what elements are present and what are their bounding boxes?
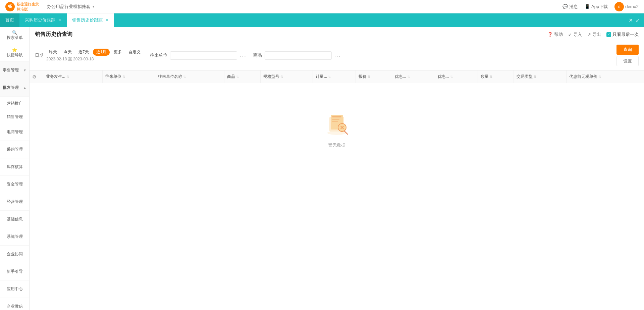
- tab-home[interactable]: 首页: [0, 13, 19, 27]
- sidebar-item-finance[interactable]: 资金管理: [0, 176, 29, 193]
- tab-purchase-close[interactable]: ✕: [58, 18, 61, 22]
- sidebar: 🔍 搜索菜单 ⭐ 快捷导航 零售管理 ▼ 批发管理 ▲ 营销推广 销售管理 电商…: [0, 27, 30, 310]
- top-header: 畅 畅捷通好生意 标准版 办公用品行业模拟账套 ▾ 💬 消息 📱 App下载 d…: [0, 0, 644, 13]
- sort-discount2-icon: ⇅: [450, 75, 453, 79]
- goods-dots-icon[interactable]: ...: [334, 52, 341, 58]
- sort-quantity-icon: ⇅: [490, 75, 492, 79]
- th-spec[interactable]: 规格型号 ⇅: [260, 70, 313, 83]
- date-btn-yesterday[interactable]: 昨天: [46, 49, 60, 56]
- config-column-header[interactable]: ⚙: [30, 70, 43, 83]
- counterpart-input[interactable]: [170, 51, 237, 60]
- sidebar-item-retail-mgmt[interactable]: 零售管理 ▼: [0, 62, 29, 79]
- dropdown-icon[interactable]: ▾: [93, 5, 94, 8]
- sidebar-item-purchase[interactable]: 采购管理: [0, 141, 29, 158]
- sidebar-item-system[interactable]: 系统管理: [0, 228, 29, 246]
- tab-home-label: 首页: [5, 17, 14, 23]
- app-download-action[interactable]: 📱 App下载: [585, 4, 608, 10]
- wholesale-arrow-icon: ▲: [23, 86, 26, 90]
- sidebar-item-wholesale-mgmt[interactable]: 批发管理 ▲: [0, 79, 29, 97]
- tab-sales-label: 销售历史价跟踪: [72, 17, 103, 23]
- sidebar-item-newcomer[interactable]: 新手引导: [0, 263, 29, 280]
- date-filter-group: 日期 昨天 今天 近7天 近1月 更多 自定义 2023-02-18 至 202…: [35, 49, 143, 62]
- date-range-display: 2023-02-18 至 2023-03-18: [46, 56, 143, 62]
- gear-icon[interactable]: ⚙: [32, 74, 37, 80]
- sort-biz-date-icon: ⇅: [66, 75, 69, 79]
- tab-sales-close[interactable]: ✕: [105, 18, 109, 22]
- table-wrapper: ⚙ 业务发生... ⇅ 往来单位 ⇅: [30, 70, 644, 310]
- th-unit[interactable]: 计量... ⇅: [313, 70, 356, 83]
- help-btn[interactable]: ❓ 帮助: [547, 32, 563, 38]
- sidebar-item-search[interactable]: 🔍 搜索菜单: [0, 27, 29, 44]
- user-action[interactable]: d demo2: [614, 2, 639, 11]
- table-header: ⚙ 业务发生... ⇅ 往来单位 ⇅: [30, 70, 644, 83]
- page-title: 销售历史价查询: [35, 31, 72, 38]
- th-no-tax-price[interactable]: 优惠前无税单价 ⇅: [566, 70, 644, 83]
- page-actions: ❓ 帮助 ↙ 导入 ↗ 导出 ✓ 只看最后一次: [547, 32, 639, 38]
- sidebar-item-operation[interactable]: 经营管理: [0, 193, 29, 211]
- logo-text: 畅捷通好生意 标准版: [17, 2, 39, 11]
- message-action[interactable]: 💬 消息: [562, 4, 578, 10]
- svg-rect-4: [332, 119, 339, 120]
- sort-goods-icon: ⇅: [236, 75, 239, 79]
- sort-counterpart-icon: ⇅: [122, 75, 125, 79]
- th-quantity[interactable]: 数量 ⇅: [478, 70, 514, 83]
- sidebar-item-inventory[interactable]: 库存核算: [0, 158, 29, 176]
- sidebar-item-marketing[interactable]: 营销推广: [0, 97, 29, 110]
- maximize-window-icon[interactable]: ⤢: [636, 17, 640, 23]
- svg-rect-5: [332, 121, 338, 122]
- tab-sales-history[interactable]: 销售历史价跟踪 ✕: [67, 13, 114, 27]
- empty-text: 暂无数据: [328, 142, 345, 148]
- goods-filter-group: 商品 ...: [253, 51, 341, 60]
- avatar: d: [614, 2, 624, 11]
- date-btn-custom[interactable]: 自定义: [126, 49, 143, 56]
- nav-icon: ⭐: [12, 48, 17, 52]
- checkbox-checked-icon: ✓: [606, 32, 611, 37]
- retail-arrow-icon: ▼: [23, 68, 26, 72]
- sort-unit-icon: ⇅: [328, 75, 331, 79]
- goods-input[interactable]: [265, 51, 332, 60]
- date-btn-more[interactable]: 更多: [111, 49, 124, 56]
- tab-bar: 首页 采购历史价跟踪 ✕ 销售历史价跟踪 ✕ ✕ ⤢: [0, 13, 644, 27]
- main-layout: 🔍 搜索菜单 ⭐ 快捷导航 零售管理 ▼ 批发管理 ▲ 营销推广 销售管理 电商…: [0, 27, 644, 310]
- header-right: 💬 消息 📱 App下载 d demo2: [562, 2, 639, 11]
- settings-button[interactable]: 设置: [616, 56, 639, 66]
- sidebar-item-enterprise-collab[interactable]: 企业协同: [0, 246, 29, 263]
- sidebar-item-enterprise-wechat[interactable]: 企业微信: [0, 298, 29, 310]
- th-discount2[interactable]: 优惠... ⇅: [435, 70, 478, 83]
- export-btn[interactable]: ↗ 导出: [587, 32, 601, 38]
- query-btn-group: 查询 设置: [616, 45, 639, 66]
- import-btn[interactable]: ↙ 导入: [568, 32, 582, 38]
- counterpart-filter-group: 往来单位 ...: [150, 51, 246, 60]
- th-goods[interactable]: 商品 ⇅: [224, 70, 260, 83]
- sidebar-item-app-center[interactable]: 应用中心: [0, 280, 29, 298]
- date-btn-7days[interactable]: 近7天: [76, 49, 92, 56]
- sidebar-item-sales-mgmt[interactable]: 销售管理: [0, 110, 29, 123]
- date-btn-today[interactable]: 今天: [61, 49, 74, 56]
- filter-row: 日期 昨天 今天 近7天 近1月 更多 自定义 2023-02-18 至 202…: [35, 42, 639, 70]
- data-table: ⚙ 业务发生... ⇅ 往来单位 ⇅: [30, 70, 644, 83]
- only-last-checkbox-label[interactable]: ✓ 只看最后一次: [606, 32, 639, 38]
- page-header: 销售历史价查询 ❓ 帮助 ↙ 导入 ↗ 导出 ✓: [30, 27, 644, 70]
- close-window-icon[interactable]: ✕: [629, 17, 633, 23]
- date-btn-1month[interactable]: 近1月: [93, 49, 110, 56]
- th-quoted-price[interactable]: 报价 ⇅: [356, 70, 392, 83]
- th-counterpart-code[interactable]: 往来单位 ⇅: [103, 70, 155, 83]
- tab-bar-right: ✕ ⤢: [629, 17, 644, 23]
- tab-purchase-history[interactable]: 采购历史价跟踪 ✕: [19, 13, 67, 27]
- empty-state: 暂无数据: [30, 83, 644, 175]
- th-trade-type[interactable]: 交易类型 ⇅: [514, 70, 566, 83]
- th-biz-date[interactable]: 业务发生... ⇅: [43, 70, 103, 83]
- sidebar-item-ecommerce[interactable]: 电商管理: [0, 123, 29, 141]
- th-discount1[interactable]: 优惠... ⇅: [392, 70, 435, 83]
- empty-icon: [323, 110, 350, 137]
- th-counterpart-name[interactable]: 往来单位名称 ⇅: [155, 70, 224, 83]
- sort-no-tax-price-icon: ⇅: [598, 75, 601, 79]
- sort-discount1-icon: ⇅: [407, 75, 410, 79]
- sort-quoted-price-icon: ⇅: [368, 75, 370, 79]
- counterpart-dots-icon[interactable]: ...: [240, 52, 246, 58]
- query-button[interactable]: 查询: [616, 45, 639, 55]
- phone-icon: 📱: [585, 4, 590, 9]
- export-icon: ↗: [587, 32, 591, 37]
- sidebar-item-basic-info[interactable]: 基础信息: [0, 211, 29, 228]
- sidebar-item-quick-nav[interactable]: ⭐ 快捷导航: [0, 44, 29, 62]
